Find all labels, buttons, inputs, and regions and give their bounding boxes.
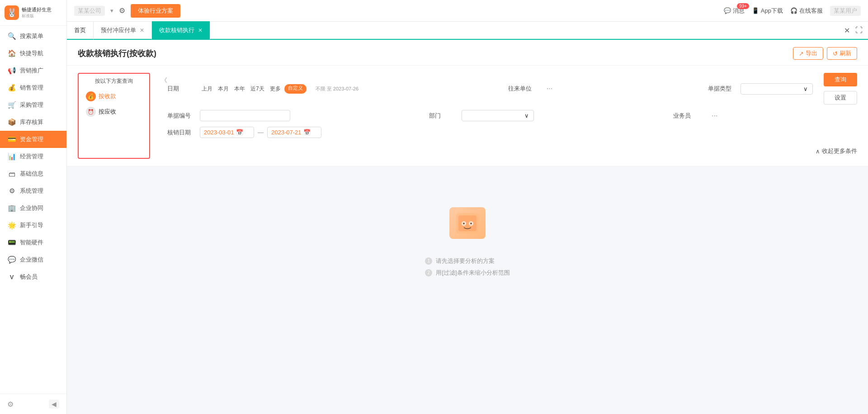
tip-1-num: 1 — [425, 257, 432, 265]
sidebar-item-inventory[interactable]: 📦 库存核算 — [0, 114, 66, 131]
receipt-icon: 💰 — [86, 91, 96, 101]
tab-collection-close-icon[interactable]: ✕ — [198, 27, 203, 33]
counter-unit-label: 往来单位 — [508, 85, 535, 93]
verify-date-start-input[interactable]: 2023-03-01 📅 — [200, 127, 254, 138]
tabbar: 首页 预付冲应付单 ✕ 收款核销执行 ✕ ✕ ⛶ — [67, 22, 868, 40]
basic-icon: 🗃 — [7, 170, 16, 178]
filter-collapse-button[interactable]: 《 — [161, 73, 167, 159]
collapse-icon: 《 — [161, 76, 167, 85]
tab-home-label: 首页 — [74, 26, 86, 34]
tab-collection[interactable]: 收款核销执行 ✕ — [152, 21, 210, 39]
date-tab-this-month[interactable]: 本月 — [216, 84, 231, 94]
empty-state: 1 请先选择要分析的方案 2 用[过滤]条件来缩小分析范围 — [67, 167, 868, 315]
dept-select[interactable]: ∨ — [462, 110, 534, 121]
topbar-right: 💬 消息 99+ 📱 App下载 🎧 在线客服 某某用户 — [724, 6, 861, 16]
sidebar-item-purchase[interactable]: 🛒 采购管理 — [0, 96, 66, 114]
wechat-icon: 💬 — [7, 256, 16, 264]
empty-tips: 1 请先选择要分析的方案 2 用[过滤]条件来缩小分析范围 — [425, 255, 509, 279]
svg-point-5 — [470, 223, 472, 224]
export-icon: ↗ — [799, 50, 804, 57]
sidebar-nav: 🔍 搜索菜单 🏠 快捷导航 📢 营销推广 💰 销售管理 🛒 采购管理 📦 库存核… — [0, 26, 66, 394]
page-header: 收款核销执行(按收款) ↗ 导出 ↺ 刷新 — [67, 40, 868, 66]
sidebar-item-search[interactable]: 🔍 搜索菜单 — [0, 28, 66, 45]
filter-option-by-receivable[interactable]: ⏰ 按应收 — [82, 104, 146, 119]
sidebar-item-label: 采购管理 — [20, 101, 43, 109]
dept-label: 部门 — [429, 112, 456, 120]
sidebar-item-label: 基础信息 — [20, 170, 43, 178]
online-service-button[interactable]: 🎧 在线客服 — [790, 7, 823, 15]
tab-prepay[interactable]: 预付冲应付单 ✕ — [94, 21, 152, 39]
filter-row-2: 单据编号 部门 ∨ 业务员 ··· — [167, 110, 857, 121]
logo-badge: 标准版 — [22, 13, 52, 19]
settings-button[interactable]: 设置 — [824, 91, 857, 105]
filter-option-receipt-label: 按收款 — [99, 92, 116, 100]
expand-icon[interactable]: ⛶ — [854, 24, 864, 36]
home-icon: 🏠 — [7, 49, 16, 57]
staff-label: 业务员 — [673, 112, 700, 120]
filter-option-by-receipt[interactable]: 💰 按收款 — [82, 89, 146, 104]
date-tab-more[interactable]: 更多 — [268, 84, 283, 94]
filter-layout: 按以下方案查询 💰 按收款 ⏰ 按应收 《 — [78, 73, 857, 159]
staff-selector[interactable]: ··· — [706, 112, 724, 120]
hardware-icon: 📟 — [7, 238, 16, 247]
tab-prepay-close-icon[interactable]: ✕ — [140, 27, 144, 33]
sidebar-item-member[interactable]: V 畅会员 — [0, 268, 66, 286]
filter-selector-title: 按以下方案查询 — [82, 77, 146, 85]
sidebar-item-hardware[interactable]: 📟 智能硬件 — [0, 234, 66, 251]
topbar-gear-icon[interactable]: ⚙ — [119, 6, 125, 15]
message-button[interactable]: 💬 消息 99+ — [724, 7, 745, 15]
doc-no-input[interactable] — [200, 110, 290, 121]
collapse-more-button[interactable]: ∧ 收起更多条件 — [816, 143, 857, 159]
solution-button[interactable]: 体验行业方案 — [131, 4, 180, 18]
sidebar-item-label: 企业协同 — [20, 204, 43, 212]
dept-arrow-icon: ∨ — [524, 112, 529, 119]
sidebar-item-label: 销售管理 — [20, 84, 43, 92]
empty-tip-2: 2 用[过滤]条件来缩小分析范围 — [425, 267, 509, 279]
sidebar-item-basic[interactable]: 🗃 基础信息 — [0, 165, 66, 182]
tabbar-actions: ✕ ⛶ — [842, 24, 868, 37]
sidebar-item-label: 企业微信 — [20, 256, 43, 264]
business-icon: 📊 — [7, 152, 16, 161]
date-tab-7days[interactable]: 近7天 — [249, 84, 266, 94]
sidebar-item-label: 新手引导 — [20, 221, 43, 229]
sidebar-item-wechat[interactable]: 💬 企业微信 — [0, 251, 66, 268]
sidebar-item-system[interactable]: ⚙ 系统管理 — [0, 182, 66, 200]
sidebar-item-quick-nav[interactable]: 🏠 快捷导航 — [0, 45, 66, 62]
system-icon: ⚙ — [7, 187, 16, 195]
company-dropdown-icon[interactable]: ▾ — [110, 7, 113, 14]
settings-icon[interactable]: ⚙ — [7, 400, 14, 409]
doc-type-select[interactable]: ∨ — [741, 83, 813, 95]
finance-icon: 💳 — [7, 135, 16, 143]
date-separator: — — [258, 129, 264, 136]
app-download-button[interactable]: 📱 App下载 — [752, 7, 783, 15]
query-button[interactable]: 查询 — [824, 73, 857, 86]
sidebar-item-business[interactable]: 📊 经营管理 — [0, 148, 66, 165]
refresh-button[interactable]: ↺ 刷新 — [827, 47, 857, 60]
counter-unit-selector[interactable]: ··· — [541, 85, 559, 93]
purchase-icon: 🛒 — [7, 101, 16, 109]
collapse-more-icon: ∧ — [816, 148, 820, 155]
empty-tip-1: 1 请先选择要分析的方案 — [425, 255, 509, 267]
verify-date-end-value: 2023-07-21 — [271, 129, 302, 136]
collapse-sidebar-button[interactable]: ◀ — [49, 400, 59, 409]
guide-icon: 🌟 — [7, 221, 16, 229]
date-tab-last-month[interactable]: 上月 — [200, 84, 214, 94]
user-info[interactable]: 某某用户 — [830, 6, 861, 16]
logo-text: 畅捷通好生意 — [22, 6, 52, 13]
verify-date-end-input[interactable]: 2023-07-21 📅 — [267, 127, 321, 138]
sidebar-item-marketing[interactable]: 📢 营销推广 — [0, 62, 66, 79]
service-icon: 🎧 — [790, 7, 797, 14]
date-tab-this-year[interactable]: 本年 — [232, 84, 247, 94]
sidebar-item-enterprise[interactable]: 🏢 企业协同 — [0, 200, 66, 217]
sidebar-item-sales[interactable]: 💰 销售管理 — [0, 79, 66, 96]
date-custom-tag[interactable]: 自定义 — [284, 84, 307, 94]
tip-1-text: 请先选择要分析的方案 — [436, 255, 495, 267]
close-tab-icon[interactable]: ✕ — [842, 24, 852, 37]
export-label: 导出 — [806, 49, 817, 57]
sidebar-item-label: 系统管理 — [20, 187, 43, 195]
export-button[interactable]: ↗ 导出 — [793, 47, 823, 60]
sidebar-item-finance[interactable]: 💳 资金管理 — [0, 131, 66, 148]
tab-home[interactable]: 首页 — [67, 21, 94, 39]
message-badge: 99+ — [737, 3, 749, 9]
sidebar-item-guide[interactable]: 🌟 新手引导 — [0, 217, 66, 234]
